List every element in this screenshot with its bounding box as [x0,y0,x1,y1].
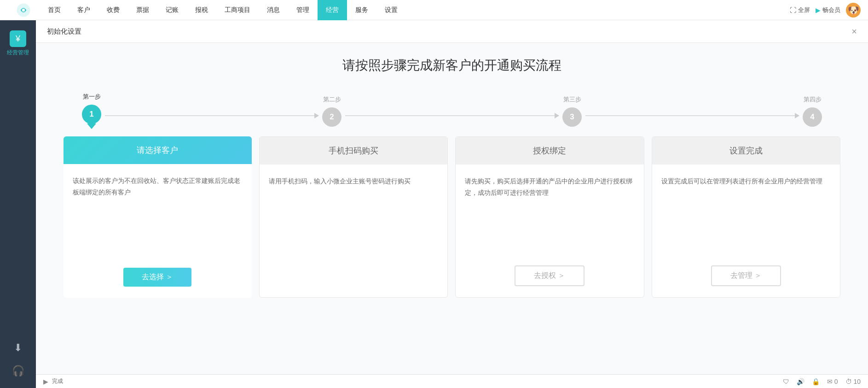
play-status-icon: ▶ [43,378,48,385]
page-header: 初始化设置 × [36,20,868,43]
step-node-2: 第二步 2 [322,95,341,127]
step-label-3: 第三步 [563,95,581,104]
nav-items: 首页 客户 收费 票据 记账 报税 工商项目 消息 管理 经营 服务 设置 [40,0,790,20]
nav-invoice[interactable]: 票据 [128,0,157,20]
arrow-line-1 [105,115,318,116]
step-node-1: 第一步 1 [82,93,101,129]
nav-manage[interactable]: 管理 [288,0,318,20]
volume-status-icon: 🔊 [797,378,804,385]
step-card-2: 手机扫码购买 请用手机扫码，输入小微企业主账号密码进行购买 [259,136,448,298]
step-circle-1: 1 [82,105,101,124]
nav-service[interactable]: 服务 [347,0,376,20]
sidebar-bottom: ⬇ 🎧 [8,338,28,388]
play-icon: ▶ [816,6,821,14]
lock-status-icon: 🔒 [812,378,820,385]
arrow-line-2 [345,115,559,116]
cards-row: 请选择客户 该处展示的客户为不在回收站、客户状态正常建账后完成老板端绑定的所有客… [64,136,840,298]
step-card-1: 请选择客户 该处展示的客户为不在回收站、客户状态正常建账后完成老板端绑定的所有客… [64,136,252,298]
step-arrow-1 [101,115,322,116]
nav-settings[interactable]: 设置 [376,0,406,20]
card-body-3: 请先购买，购买后选择开通的产品中的企业用户进行授权绑定，成功后即可进行经营管理 [456,165,644,258]
step-circle-4: 4 [803,107,822,127]
arrow-line-3 [585,115,799,116]
wizard-title: 请按照步骤完成新客户的开通购买流程 [64,57,840,74]
step-pointer-1 [87,123,96,129]
step-label-1: 第一步 [83,93,101,101]
vip-btn[interactable]: ▶ 畅会员 [816,6,840,14]
card-body-4: 设置完成后可以在管理列表进行所有企业用户的经营管理 [652,165,840,258]
card-header-1: 请选择客户 [64,136,252,164]
close-button[interactable]: × [851,27,857,36]
status-text: 完成 [52,377,63,385]
step-card-4: 设置完成 设置完成后可以在管理列表进行所有企业用户的经营管理 去管理 ＞ [652,136,841,298]
svg-point-1 [22,8,25,11]
step-label-4: 第四步 [804,95,822,104]
card-footer-4: 去管理 ＞ [652,258,840,297]
step-label-2: 第二步 [323,95,341,104]
wizard-container: 请按照步骤完成新客户的开通购买流程 第一步 1 第二步 [36,43,868,374]
sidebar-item-operation[interactable]: ¥ 经营管理 [0,25,36,62]
status-bar: ▶ 完成 🛡 🔊 🔒 ✉ 0 ⏱ 10 [36,374,868,388]
step-arrow-3 [582,115,803,116]
card-footer-2 [260,279,448,297]
step-circle-3: 3 [562,107,582,127]
nav-industry[interactable]: 工商项目 [216,0,259,20]
nav-charge[interactable]: 收费 [98,0,128,20]
card-footer-1: 去选择 ＞ [64,260,252,298]
top-nav: 首页 客户 收费 票据 记账 报税 工商项目 消息 管理 经营 服务 设置 ⛶ … [0,0,868,20]
nav-accounting[interactable]: 记账 [157,0,187,20]
main-layout: ¥ 经营管理 ⬇ 🎧 初始化设置 × 请按照步骤完成新客户的开通购买流程 第一步… [0,20,868,388]
content-area: 初始化设置 × 请按照步骤完成新客户的开通购买流程 第一步 1 [36,20,868,388]
step-circle-2: 2 [322,107,341,127]
card-header-2: 手机扫码购买 [260,137,448,165]
fullscreen-icon: ⛶ [790,6,796,14]
nav-operation[interactable]: 经营 [318,0,347,20]
sidebar-item-label: 经营管理 [7,49,29,57]
goto-select-button[interactable]: 去选择 ＞ [123,268,191,287]
status-bar-right: 🛡 🔊 🔒 ✉ 0 ⏱ 10 [783,378,861,385]
steps-indicator: 第一步 1 第二步 2 [64,93,840,129]
card-body-2: 请用手机扫码，输入小微企业主账号密码进行购买 [260,165,448,279]
step-node-3: 第三步 3 [562,95,582,127]
headset-icon[interactable]: 🎧 [8,361,28,381]
download-icon[interactable]: ⬇ [10,338,26,358]
step-card-3: 授权绑定 请先购买，购买后选择开通的产品中的企业用户进行授权绑定，成功后即可进行… [455,136,644,298]
card-header-4: 设置完成 [652,137,840,165]
page-title: 初始化设置 [47,27,81,36]
user-avatar[interactable]: 🐶 [846,3,861,18]
step-node-4: 第四步 4 [803,95,822,127]
operation-icon: ¥ [10,30,26,47]
card-footer-3: 去授权 ＞ [456,258,644,297]
fullscreen-btn[interactable]: ⛶ 全屏 [790,6,810,14]
message-status-icon: ✉ 0 [827,378,838,385]
nav-message[interactable]: 消息 [259,0,288,20]
time-status-icon: ⏱ 10 [845,378,861,385]
step-arrow-2 [341,115,562,116]
nav-home[interactable]: 首页 [40,0,69,20]
nav-right: ⛶ 全屏 ▶ 畅会员 🐶 [790,3,861,18]
nav-tax[interactable]: 报税 [187,0,216,20]
goto-manage-button[interactable]: 去管理 ＞ [711,265,781,286]
card-header-3: 授权绑定 [456,137,644,165]
nav-customer[interactable]: 客户 [69,0,98,20]
card-body-1: 该处展示的客户为不在回收站、客户状态正常建账后完成老板端绑定的所有客户 [64,164,252,260]
app-logo [7,3,40,18]
sidebar: ¥ 经营管理 ⬇ 🎧 [0,20,36,388]
goto-authorize-button[interactable]: 去授权 ＞ [515,265,584,286]
shield-status-icon: 🛡 [783,378,789,385]
